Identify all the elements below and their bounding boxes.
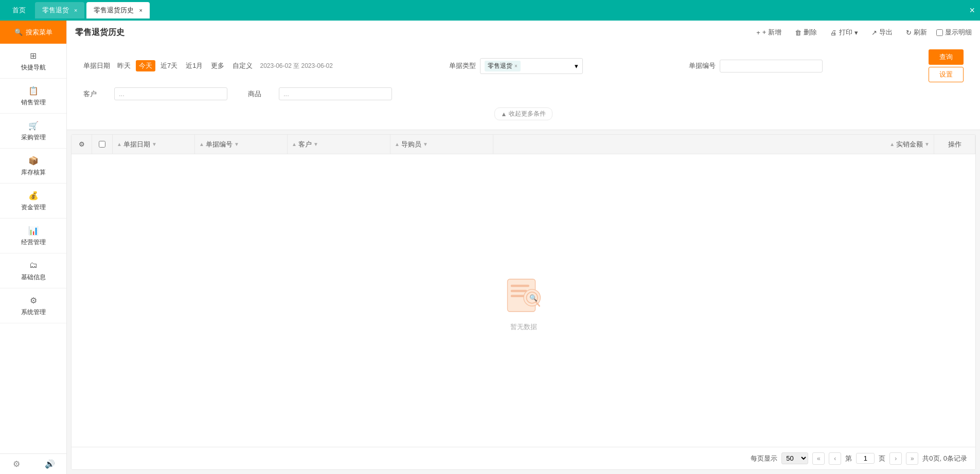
purchase-mgmt-icon: 🛒 [28, 120, 39, 131]
svg-text:🔍: 🔍 [529, 294, 537, 302]
th-guide[interactable]: ▲ 导购员 ▼ [390, 135, 493, 154]
svg-rect-3 [510, 295, 524, 297]
th-customer[interactable]: ▲ 客户 ▼ [288, 135, 390, 154]
sidebar-item-sales-mgmt[interactable]: 📋 销售管理 [0, 79, 66, 114]
tab-retail-return-close[interactable]: × [74, 7, 77, 13]
query-button[interactable]: 查询 [929, 49, 964, 65]
type-filter-label: 单据类型 [449, 61, 480, 70]
show-detail-checkbox[interactable] [936, 29, 943, 36]
date-option-more[interactable]: 更多 [208, 60, 227, 71]
show-detail-checkbox-label[interactable]: 显示明细 [936, 28, 972, 37]
refresh-label: 刷新 [914, 28, 927, 37]
refresh-icon: ↻ [906, 29, 912, 37]
page-last-button[interactable]: » [906, 452, 918, 465]
th-amount-label: 实销金额 [896, 140, 923, 149]
sidebar-item-basic-info-label: 基础信息 [21, 273, 46, 282]
sidebar-item-quick-nav[interactable]: ⊞ 快捷导航 [0, 44, 66, 79]
print-dropdown-icon: ▾ [854, 29, 858, 37]
print-button[interactable]: 🖨 打印 ▾ [826, 26, 862, 39]
page-first-button[interactable]: « [812, 452, 825, 465]
select-all-checkbox[interactable] [99, 141, 105, 148]
delete-icon: 🗑 [795, 29, 801, 37]
delete-label: 删除 [804, 28, 817, 37]
type-filter-tag-text: 零售退货 [488, 62, 512, 70]
page-prev-button[interactable]: ‹ [829, 452, 841, 465]
basic-info-icon: 🗂 [28, 260, 39, 271]
type-filter-tag-close[interactable]: × [514, 63, 518, 69]
sidebar-bottom: ⚙ 🔊 [0, 453, 66, 474]
sort-icon-customer-up: ▲ [292, 141, 297, 147]
collapse-button[interactable]: ▲ 收起更多条件 [494, 107, 553, 120]
customer-filter-input[interactable]: ... [114, 87, 227, 100]
th-date[interactable]: ▲ 单据日期 ▼ [113, 135, 195, 154]
page-header: 零售退货历史 + + 新增 🗑 删除 🖨 打印 ▾ [67, 21, 980, 130]
add-button[interactable]: + + 新增 [752, 26, 786, 39]
num-filter-input[interactable] [720, 60, 823, 72]
sidebar-settings-button[interactable]: ⚙ [0, 454, 33, 474]
column-settings-icon: ⚙ [79, 140, 85, 148]
th-amount[interactable]: ▲ 实销金额 ▼ [493, 135, 934, 154]
operation-icon: 📊 [28, 225, 39, 236]
sales-mgmt-icon: 📋 [28, 85, 39, 96]
per-page-label: 每页显示 [751, 454, 777, 463]
toolbar: + + 新增 🗑 删除 🖨 打印 ▾ ↗ 导出 [752, 26, 972, 39]
export-label: 导出 [879, 28, 893, 37]
collapse-label: 收起更多条件 [509, 110, 546, 118]
sidebar-item-quick-nav-label: 快捷导航 [21, 63, 46, 72]
sidebar-item-system[interactable]: ⚙ 系统管理 [0, 288, 66, 323]
refresh-button[interactable]: ↻ 刷新 [902, 26, 931, 39]
th-guide-label: 导购员 [401, 140, 421, 149]
goods-filter-input[interactable]: ... [279, 87, 392, 100]
sort-icon-num-up: ▲ [199, 141, 204, 147]
table-area: ⚙ ▲ 单据日期 ▼ ▲ 单据编号 ▼ ▲ 客户 ▼ [71, 134, 976, 470]
type-filter-select[interactable]: 零售退货 × ▾ [480, 58, 583, 74]
date-filter-label: 单据日期 [83, 61, 114, 70]
setting-button[interactable]: 设置 [929, 67, 964, 82]
date-option-custom[interactable]: 自定义 [229, 60, 256, 71]
window-close-button[interactable]: × [969, 5, 975, 16]
date-option-1month[interactable]: 近1月 [183, 60, 206, 71]
th-setting[interactable]: ⚙ [72, 135, 92, 154]
main-layout: 🔍 搜索菜单 ⊞ 快捷导航 📋 销售管理 🛒 采购管理 📦 库存核算 💰 资金管… [0, 21, 980, 474]
search-icon: 🔍 [14, 28, 23, 36]
top-bar: 首页 零售退货 × 零售退货历史 × × [0, 0, 980, 21]
sidebar-item-basic-info[interactable]: 🗂 基础信息 [0, 253, 66, 288]
per-page-select[interactable]: 50 20 100 [781, 452, 808, 464]
sidebar-item-finance[interactable]: 💰 资金管理 [0, 184, 66, 218]
th-num[interactable]: ▲ 单据编号 ▼ [195, 135, 288, 154]
date-option-yesterday[interactable]: 昨天 [114, 60, 134, 71]
date-option-7days[interactable]: 近7天 [157, 60, 181, 71]
quick-nav-icon: ⊞ [28, 50, 39, 61]
date-option-today[interactable]: 今天 [136, 60, 155, 71]
page-suffix: 页 [879, 454, 885, 463]
th-action-label: 操作 [948, 140, 961, 149]
sidebar-item-purchase-mgmt[interactable]: 🛒 采购管理 [0, 114, 66, 149]
sidebar-item-operation-label: 经营管理 [21, 238, 46, 247]
sidebar-item-inventory[interactable]: 📦 库存核算 [0, 149, 66, 184]
tab-retail-return-history-label: 零售退货历史 [94, 6, 134, 15]
th-action: 操作 [934, 135, 975, 154]
export-button[interactable]: ↗ 导出 [867, 26, 897, 39]
pagination: 每页显示 50 20 100 « ‹ 第 页 › » 共0页, 0条记录 [72, 447, 975, 469]
tab-retail-return-history-close[interactable]: × [139, 7, 142, 13]
sidebar-audio-icon: 🔊 [45, 459, 55, 469]
sidebar-search[interactable]: 🔍 搜索菜单 [0, 21, 66, 44]
sort-icon-guide-down: ▼ [423, 141, 428, 147]
collapse-row: ▲ 收起更多条件 [83, 105, 964, 124]
sort-icon-guide-up: ▲ [395, 141, 400, 147]
customer-filter-label: 客户 [83, 89, 114, 99]
sort-icon-customer-down: ▼ [313, 141, 318, 147]
add-label: + 新增 [762, 28, 781, 37]
delete-button[interactable]: 🗑 删除 [791, 26, 821, 39]
tab-retail-return[interactable]: 零售退货 × [35, 2, 84, 19]
page-input[interactable] [856, 453, 875, 464]
th-check[interactable] [92, 135, 113, 154]
tab-home[interactable]: 首页 [5, 2, 33, 19]
sidebar-item-operation[interactable]: 📊 经营管理 [0, 218, 66, 253]
sidebar-audio-button[interactable]: 🔊 [33, 454, 67, 474]
collapse-icon: ▲ [501, 111, 507, 118]
sidebar-item-purchase-mgmt-label: 采购管理 [21, 133, 46, 142]
tab-retail-return-history[interactable]: 零售退货历史 × [86, 2, 149, 19]
page-next-button[interactable]: › [889, 452, 902, 465]
date-range-display: 2023-06-02 至 2023-06-02 [260, 62, 332, 70]
